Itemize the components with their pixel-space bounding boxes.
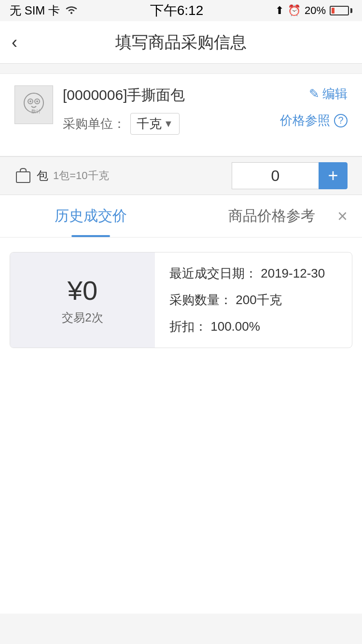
tab-history[interactable]: 历史成交价 (0, 195, 181, 237)
wifi-icon (65, 4, 78, 17)
tab-content-history: ¥0 交易2次 最近成交日期： 2019-12-30 采购数量： 200千克 折… (0, 238, 362, 372)
svg-point-0 (70, 12, 72, 14)
recent-date-value: 2019-12-30 (261, 266, 325, 280)
product-actions: ✎ 编辑 价格参照 ? (280, 85, 348, 129)
product-card: 数计 [0000006]手撕面包 采购单位： 千克 ▼ ✎ (0, 73, 362, 156)
price-card: ¥0 交易2次 最近成交日期： 2019-12-30 采购数量： 200千克 折… (10, 252, 352, 348)
price-ref-label: 价格参照 (280, 112, 330, 129)
product-info: [0000006]手撕面包 采购单位： 千克 ▼ (63, 85, 185, 135)
purchase-quantity-row: 采购数量： 200千克 (169, 291, 337, 309)
status-right: ⬆ ⏰ 20% (275, 4, 352, 17)
bag-unit-label: 包 (37, 168, 48, 183)
product-logo-icon: 数计 (22, 91, 46, 119)
tab-close-button[interactable]: × (337, 206, 348, 226)
product-thumbnail: 数计 (14, 85, 53, 124)
product-name: [0000006]手撕面包 (63, 85, 185, 105)
price-card-right: 最近成交日期： 2019-12-30 采购数量： 200千克 折扣： 100.0… (155, 252, 352, 348)
tabs-section: 历史成交价 商品价格参考 × ¥0 交易2次 最近成交日期： 2019-12-3… (0, 195, 362, 372)
quantity-input[interactable] (232, 162, 319, 189)
content-bg (0, 372, 362, 614)
product-header: 数计 [0000006]手撕面包 采购单位： 千克 ▼ ✎ (14, 85, 348, 135)
page-title: 填写商品采购信息 (115, 31, 247, 54)
price-amount: ¥0 (68, 275, 97, 306)
edit-button[interactable]: ✎ 编辑 (309, 85, 348, 102)
quantity-label: 包 1包=10千克 (14, 167, 109, 184)
discount-label: 折扣： (169, 319, 207, 334)
battery-percent: 20% (305, 4, 326, 17)
currency-symbol: ¥ (68, 275, 83, 306)
recent-date-row: 最近成交日期： 2019-12-30 (169, 264, 337, 283)
quantity-input-group: + (232, 162, 348, 189)
nav-bar: ‹ 填写商品采购信息 (0, 21, 362, 64)
discount-row: 折扣： 100.00% (169, 317, 337, 336)
edit-icon: ✎ (309, 86, 320, 101)
quantity-plus-button[interactable]: + (319, 162, 348, 189)
tab-price-ref[interactable]: 商品价格参考 (181, 195, 362, 237)
time-display: 下午6:12 (150, 1, 204, 20)
status-left: 无 SIM 卡 (10, 3, 78, 18)
price-value: 0 (83, 275, 97, 306)
status-bar: 无 SIM 卡 下午6:12 ⬆ ⏰ 20% (0, 0, 362, 21)
alarm-icon: ⏰ (288, 4, 301, 17)
unit-value: 千克 (137, 115, 162, 132)
unit-dropdown-arrow-icon: ▼ (164, 118, 173, 129)
tab-active-underline (71, 235, 110, 237)
back-button[interactable]: ‹ (12, 32, 17, 53)
svg-rect-7 (16, 172, 30, 182)
unit-select[interactable]: 千克 ▼ (130, 113, 180, 135)
quantity-row: 包 1包=10千克 + (0, 156, 362, 195)
edit-label: 编辑 (322, 85, 348, 102)
tab-history-label: 历史成交价 (55, 206, 127, 226)
product-unit-row: 采购单位： 千克 ▼ (63, 113, 185, 135)
trade-count: 交易2次 (62, 310, 103, 325)
battery-indicator (330, 6, 352, 15)
purchase-quantity-label: 采购数量： (169, 293, 232, 307)
bag-conversion-label: 1包=10千克 (53, 168, 109, 183)
discount-value: 100.00% (210, 319, 260, 334)
bag-icon (14, 167, 32, 184)
location-icon: ⬆ (275, 4, 284, 17)
purchase-quantity-value: 200千克 (236, 293, 281, 307)
svg-text:数计: 数计 (31, 109, 41, 114)
svg-point-5 (36, 100, 38, 102)
product-left: 数计 [0000006]手撕面包 采购单位： 千克 ▼ (14, 85, 185, 135)
tabs-header: 历史成交价 商品价格参考 × (0, 195, 362, 238)
carrier-text: 无 SIM 卡 (10, 3, 60, 18)
recent-date-label: 最近成交日期： (169, 266, 257, 280)
svg-point-4 (29, 100, 31, 102)
price-card-left: ¥0 交易2次 (10, 252, 155, 348)
tab-price-ref-label: 商品价格参考 (228, 206, 315, 226)
unit-label: 采购单位： (63, 115, 125, 132)
price-ref-button[interactable]: 价格参照 ? (280, 112, 348, 129)
price-ref-help-icon: ? (334, 114, 348, 127)
